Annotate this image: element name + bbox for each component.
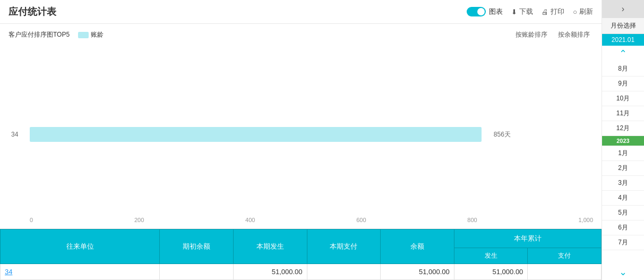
col-header-balance: 余额 xyxy=(381,230,454,264)
legend-item-top5: 客户应付排序图TOP5 xyxy=(8,30,70,39)
x-axis: 0 200 400 600 800 1,000 xyxy=(30,217,593,223)
sidebar-year-2023[interactable]: 2023 xyxy=(602,136,644,146)
x-tick-0: 0 xyxy=(30,217,33,223)
sidebar-year-input[interactable]: 2021.01 xyxy=(602,34,644,46)
sidebar-month-list: 8月 9月 10月 11月 12月 2023 1月 2月 3月 4月 5月 6月… xyxy=(602,62,644,264)
cell-year-occur: 51,000.00 xyxy=(454,264,528,280)
header-actions: 图表 ⬇ 下载 🖨 打印 ○ 刷新 xyxy=(467,7,593,16)
sidebar-month-4[interactable]: 4月 xyxy=(602,191,644,206)
print-button[interactable]: 🖨 打印 xyxy=(542,7,564,16)
sidebar-month-2[interactable]: 2月 xyxy=(602,161,644,176)
sidebar-month-select-label: 月份选择 xyxy=(602,18,644,34)
sidebar-collapse-button[interactable]: › xyxy=(602,0,644,18)
col-header-period-balance: 期初余额 xyxy=(160,230,234,264)
legend-dot-age xyxy=(78,32,89,38)
chart-section: 客户应付排序图TOP5 账龄 按账龄排序 按余额排序 34 856天 xyxy=(0,24,602,229)
sort-buttons: 按账龄排序 按余额排序 xyxy=(512,29,593,40)
col-header-year-cumulative: 本年累计 xyxy=(454,230,601,248)
cell-balance: 51,000.00 xyxy=(381,264,454,280)
cell-period-balance xyxy=(160,264,234,280)
col-header-period-occur: 本期发生 xyxy=(233,230,307,264)
x-tick-200: 200 xyxy=(134,217,144,223)
refresh-button[interactable]: ○ 刷新 xyxy=(573,7,593,16)
x-tick-800: 800 xyxy=(467,217,477,223)
x-tick-600: 600 xyxy=(356,217,366,223)
sidebar-nav-up-button[interactable]: ⌃ xyxy=(602,46,644,62)
sidebar-nav-down-button[interactable]: ⌄ xyxy=(602,264,644,280)
col-header-period-pay: 本期支付 xyxy=(307,230,381,264)
sidebar-month-10[interactable]: 10月 xyxy=(602,91,644,106)
sidebar-month-6[interactable]: 6月 xyxy=(602,220,644,235)
sidebar-month-11[interactable]: 11月 xyxy=(602,106,644,121)
table-body: 34 51,000.00 51,000.00 51,000.00 xyxy=(1,264,602,280)
bar-y-label: 34 xyxy=(11,131,18,138)
x-tick-400: 400 xyxy=(245,217,255,223)
sidebar: › 月份选择 2021.01 ⌃ 8月 9月 10月 11月 12月 2023 … xyxy=(602,0,644,280)
download-icon: ⬇ xyxy=(511,8,517,16)
sidebar-month-5[interactable]: 5月 xyxy=(602,206,644,220)
table-header-row-1: 往来单位 期初余额 本期发生 本期支付 余额 本年累计 xyxy=(1,230,602,248)
table-row: 34 51,000.00 51,000.00 51,000.00 xyxy=(1,264,602,280)
chart-toggle-label: 图表 xyxy=(489,7,503,16)
legend-item-age: 账龄 xyxy=(78,30,104,39)
col-header-year-occur: 发生 xyxy=(454,248,528,264)
sidebar-month-8[interactable]: 8月 xyxy=(602,62,644,77)
print-icon: 🖨 xyxy=(542,8,548,16)
sort-by-balance-button[interactable]: 按账龄排序 xyxy=(512,29,551,40)
cell-year-pay xyxy=(528,264,602,280)
legend-label-age: 账龄 xyxy=(91,30,104,39)
cell-period-pay xyxy=(307,264,381,280)
legend-label-top5: 客户应付排序图TOP5 xyxy=(8,30,70,39)
table-section: 往来单位 期初余额 本期发生 本期支付 余额 本年累计 发生 支付 xyxy=(0,229,602,280)
sidebar-month-12[interactable]: 12月 xyxy=(602,121,644,136)
toggle-switch[interactable] xyxy=(467,7,486,16)
col-header-year-pay: 支付 xyxy=(528,248,602,264)
page-header: 应付统计表 图表 ⬇ 下载 🖨 打印 ○ 刷新 xyxy=(0,0,602,24)
sidebar-month-7[interactable]: 7月 xyxy=(602,235,644,250)
bar-container: 34 856天 xyxy=(30,127,561,142)
sort-by-amount-button[interactable]: 按余额排序 xyxy=(555,29,593,40)
page-title: 应付统计表 xyxy=(8,5,467,18)
chart-toggle[interactable]: 图表 xyxy=(467,7,503,16)
sidebar-month-3[interactable]: 3月 xyxy=(602,176,644,191)
col-header-unit: 往来单位 xyxy=(1,230,160,264)
sidebar-month-9[interactable]: 9月 xyxy=(602,77,644,91)
download-button[interactable]: ⬇ 下载 xyxy=(511,7,533,16)
sidebar-month-1[interactable]: 1月 xyxy=(602,146,644,161)
chart-wrapper: 34 856天 0 200 400 600 800 1,000 xyxy=(8,46,593,223)
chart-legend: 客户应付排序图TOP5 账龄 按账龄排序 按余额排序 xyxy=(8,29,593,40)
data-table: 往来单位 期初余额 本期发生 本期支付 余额 本年累计 发生 支付 xyxy=(0,229,602,280)
bar-fill: 856天 xyxy=(30,127,482,142)
bar-end-label: 856天 xyxy=(494,130,511,139)
cell-period-occur: 51,000.00 xyxy=(233,264,307,280)
cell-unit[interactable]: 34 xyxy=(1,264,160,280)
refresh-icon: ○ xyxy=(573,8,577,16)
x-tick-1000: 1,000 xyxy=(578,217,593,223)
